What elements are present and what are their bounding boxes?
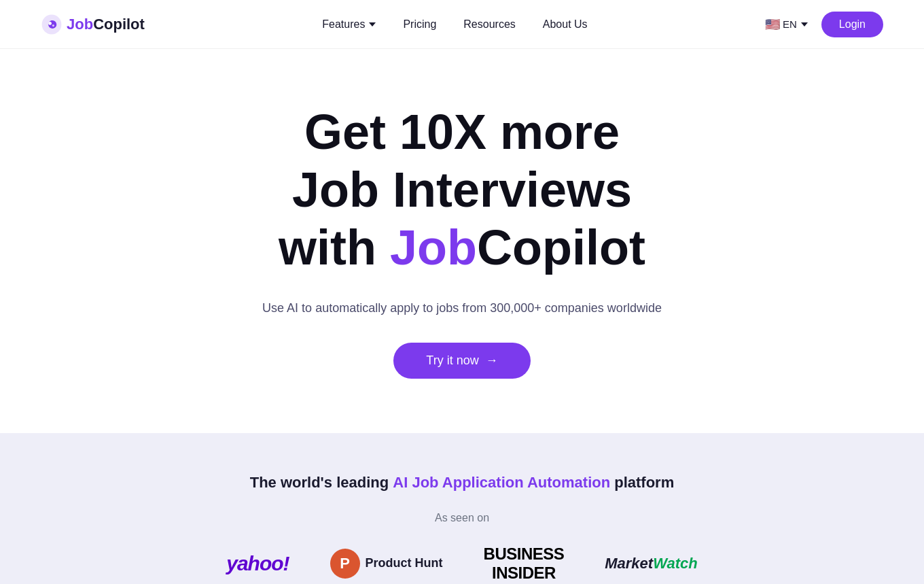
logo-icon — [41, 14, 63, 35]
nav-right: 🇺🇸 EN Login — [765, 12, 883, 37]
ph-circle: P — [330, 549, 360, 579]
logo-text: JobCopilot — [67, 16, 145, 33]
marketwatch-logo: MarketWatch — [605, 555, 698, 572]
hero-headline: Get 10X more Job Interviews with JobCopi… — [279, 103, 645, 277]
navbar: JobCopilot Features Pricing Resources Ab… — [0, 0, 924, 49]
login-button[interactable]: Login — [821, 12, 883, 37]
try-now-button[interactable]: Try it now → — [393, 343, 530, 379]
yahoo-text: yahoo! — [226, 552, 289, 575]
language-selector[interactable]: 🇺🇸 EN — [765, 17, 808, 32]
nav-item-about: About Us — [543, 18, 588, 31]
mw-text: MarketWatch — [605, 555, 698, 572]
ph-label: Product Hunt — [366, 557, 443, 570]
logo-copilot: Copilot — [93, 16, 145, 33]
social-headline: The world's leading AI Job Application A… — [14, 474, 910, 492]
nav-about-link[interactable]: About Us — [543, 18, 588, 31]
bi-text: BUSINESSINSIDER — [484, 545, 565, 583]
business-insider-logo: BUSINESSINSIDER — [484, 545, 565, 583]
social-proof-section: The world's leading AI Job Application A… — [0, 433, 924, 584]
yahoo-logo: yahoo! — [226, 552, 289, 575]
nav-resources-link[interactable]: Resources — [463, 18, 515, 31]
chevron-down-icon — [369, 22, 376, 27]
nav-item-features: Features — [322, 18, 376, 31]
nav-links: Features Pricing Resources About Us — [322, 18, 587, 31]
flag-icon: 🇺🇸 — [765, 17, 780, 32]
lang-chevron-icon — [801, 22, 808, 27]
logo-link[interactable]: JobCopilot — [41, 14, 145, 35]
hero-subtitle: Use AI to automatically apply to jobs fr… — [262, 301, 662, 315]
nav-item-pricing: Pricing — [403, 18, 436, 31]
svg-point-2 — [52, 24, 54, 27]
logo-job: Job — [67, 16, 93, 33]
hero-section: Get 10X more Job Interviews with JobCopi… — [0, 49, 924, 433]
language-code: EN — [783, 18, 797, 30]
arrow-right-icon: → — [486, 354, 498, 368]
nav-features-link[interactable]: Features — [322, 18, 376, 31]
ph-text-block: Product Hunt — [366, 557, 443, 570]
ph-icon: P — [340, 555, 350, 572]
nav-pricing-link[interactable]: Pricing — [403, 18, 436, 31]
producthunt-logo: P Product Hunt — [330, 549, 443, 579]
nav-item-resources: Resources — [463, 18, 515, 31]
brand-logos-row: yahoo! P Product Hunt BUSINESSINSIDER Ma… — [14, 545, 910, 583]
svg-point-1 — [48, 22, 52, 25]
as-seen-on-label: As seen on — [14, 512, 910, 524]
